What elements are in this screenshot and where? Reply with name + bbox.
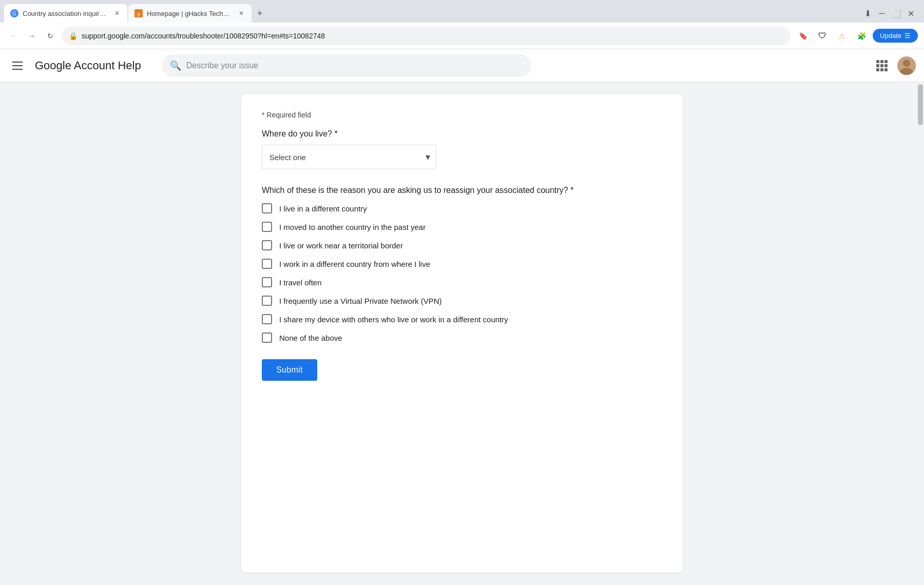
header-right [873, 56, 916, 75]
checkbox-item-5[interactable]: I travel often [262, 277, 662, 287]
close-button[interactable]: ✕ [906, 8, 916, 18]
avatar[interactable] [897, 56, 916, 75]
search-icon: 🔍 [170, 60, 181, 71]
page-body: * Required field Where do you live? * Se… [0, 82, 924, 585]
checkbox-box-2[interactable] [262, 222, 272, 232]
bookmark-icon[interactable]: 🔖 [795, 28, 811, 44]
checkbox-box-8[interactable] [262, 333, 272, 343]
checkbox-item-3[interactable]: I live or work near a territorial border [262, 240, 662, 250]
browser-frame: G Country association inquiry - Goo... ✕… [0, 0, 924, 585]
svg-rect-4 [876, 60, 879, 63]
hamburger-line-1 [12, 62, 23, 63]
checkbox-item-6[interactable]: I frequently use a Virtual Private Netwo… [262, 296, 662, 306]
tab-2[interactable]: g Homepage | gHacks Technology News ✕ [128, 4, 252, 23]
checkbox-label-2: I moved to another country in the past y… [279, 223, 426, 231]
checkbox-box-6[interactable] [262, 296, 272, 306]
svg-rect-6 [884, 60, 888, 63]
checkbox-label-6: I frequently use a Virtual Private Netwo… [279, 297, 442, 305]
tab-1[interactable]: G Country association inquiry - Goo... ✕ [4, 4, 127, 23]
download-icon: ⬇ [862, 8, 873, 18]
address-bar: ← → ↻ 🔒 support.google.com/accounts/trou… [0, 23, 924, 49]
submit-button[interactable]: Submit [262, 359, 317, 381]
svg-point-14 [903, 60, 910, 67]
svg-rect-7 [876, 64, 879, 67]
checkbox-item-4[interactable]: I work in a different country from where… [262, 259, 662, 269]
browser-right-icons: 🔖 🛡 ⚠ 🧩 Update ☰ [795, 28, 918, 44]
svg-rect-11 [880, 68, 883, 71]
checkbox-box-1[interactable] [262, 203, 272, 213]
checkbox-label-4: I work in a different country from where… [279, 260, 430, 268]
tab-bar: G Country association inquiry - Goo... ✕… [0, 0, 924, 23]
checkbox-item-2[interactable]: I moved to another country in the past y… [262, 222, 662, 232]
hamburger-line-2 [12, 65, 23, 66]
address-input[interactable]: 🔒 support.google.com/accounts/troublesho… [62, 27, 791, 45]
svg-text:g: g [137, 11, 140, 16]
update-menu-icon: ☰ [904, 32, 911, 40]
svg-rect-12 [884, 68, 888, 71]
question1-label: Where do you live? * [262, 129, 662, 139]
update-button[interactable]: Update ☰ [873, 29, 918, 43]
checkbox-label-3: I live or work near a territorial border [279, 241, 403, 250]
new-tab-button[interactable]: + [253, 6, 267, 21]
checkbox-label-5: I travel often [279, 278, 322, 287]
extensions-icon[interactable]: 🧩 [853, 28, 870, 44]
checkbox-label-8: None of the above [279, 334, 342, 342]
checkbox-label-7: I share my device with others who live o… [279, 315, 508, 324]
tab-2-favicon: g [134, 9, 143, 17]
form-card: * Required field Where do you live? * Se… [241, 94, 683, 573]
checkbox-item-1[interactable]: I live in a different country [262, 203, 662, 213]
page-header: Google Account Help 🔍 Describe your issu… [0, 49, 924, 82]
warning-icon[interactable]: ⚠ [834, 28, 850, 44]
address-text: support.google.com/accounts/troubleshoot… [82, 32, 783, 40]
scrollbar[interactable] [917, 82, 924, 585]
shield-icon[interactable]: 🛡 [814, 28, 831, 44]
apps-icon[interactable] [873, 56, 891, 75]
checkbox-list: I live in a different countryI moved to … [262, 203, 662, 343]
checkbox-box-7[interactable] [262, 314, 272, 324]
hamburger-menu[interactable] [8, 56, 27, 75]
tab-2-label: Homepage | gHacks Technology News [147, 10, 233, 17]
required-note: * Required field [262, 111, 662, 119]
site-title: Google Account Help [35, 59, 141, 72]
country-select[interactable]: Select one [262, 145, 436, 169]
svg-rect-9 [884, 64, 888, 67]
svg-rect-10 [876, 68, 879, 71]
back-button[interactable]: ← [6, 29, 21, 43]
svg-rect-8 [880, 64, 883, 67]
checkbox-box-4[interactable] [262, 259, 272, 269]
header-search[interactable]: 🔍 Describe your issue [162, 54, 531, 77]
scroll-thumb[interactable] [918, 84, 923, 125]
question2-label: Which of these is the reason you are ask… [262, 186, 662, 195]
hamburger-line-3 [12, 69, 23, 70]
lock-icon: 🔒 [69, 32, 78, 40]
maximize-button[interactable]: ⬜ [891, 8, 901, 18]
tab-2-close[interactable]: ✕ [237, 9, 245, 17]
checkbox-box-5[interactable] [262, 277, 272, 287]
tab-1-close[interactable]: ✕ [113, 9, 121, 17]
country-select-wrap: Select one ▾ [262, 145, 436, 169]
tab-1-favicon: G [10, 9, 18, 17]
checkbox-item-8[interactable]: None of the above [262, 333, 662, 343]
svg-rect-5 [880, 60, 883, 63]
tab-1-label: Country association inquiry - Goo... [23, 10, 109, 17]
svg-text:G: G [12, 11, 16, 16]
checkbox-item-7[interactable]: I share my device with others who live o… [262, 314, 662, 324]
search-placeholder: Describe your issue [186, 61, 259, 70]
reload-button[interactable]: ↻ [43, 29, 57, 43]
checkbox-label-1: I live in a different country [279, 204, 367, 213]
minimize-button[interactable]: ─ [877, 8, 887, 18]
checkbox-box-3[interactable] [262, 240, 272, 250]
forward-button[interactable]: → [25, 29, 39, 43]
